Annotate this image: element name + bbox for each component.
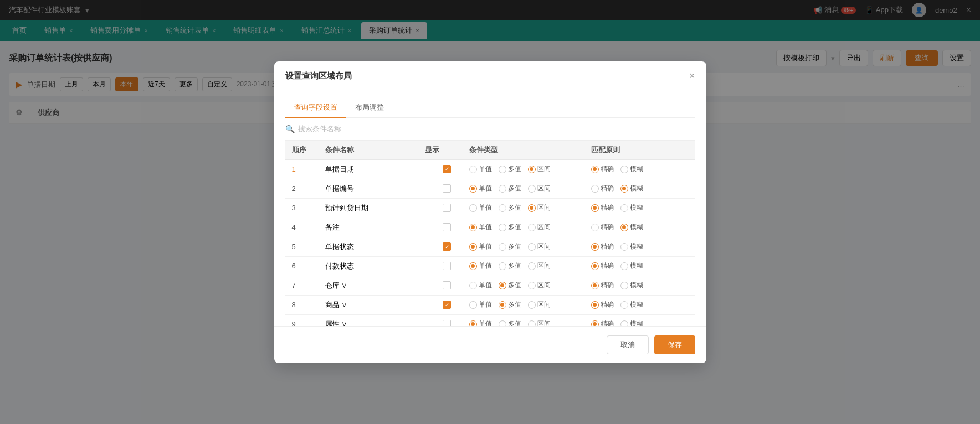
type-radio-区间[interactable]: 区间 (528, 164, 551, 174)
save-button[interactable]: 保存 (654, 335, 695, 354)
type-radio-单值[interactable]: 单值 (469, 300, 492, 309)
row-number: 4 (292, 223, 325, 231)
type-radio-区间[interactable]: 区间 (528, 223, 551, 232)
modal-search-input[interactable] (298, 125, 695, 133)
match-radio-精确[interactable]: 精确 (591, 203, 614, 213)
match-radio-精确[interactable]: 精确 (591, 281, 614, 290)
row-number: 5 (292, 242, 325, 251)
type-radio-单值[interactable]: 单值 (469, 242, 492, 251)
cancel-button[interactable]: 取消 (607, 335, 649, 354)
modal-table: 顺序 条件名称 显示 条件类型 匹配原则 1单据日期单值多值区间精确模糊2单据编… (285, 141, 695, 326)
match-radio-精确[interactable]: 精确 (591, 300, 614, 309)
row-type-group: 单值多值区间 (469, 281, 591, 290)
row-type-group: 单值多值区间 (469, 184, 591, 193)
row-match-group: 精确模糊 (591, 300, 695, 309)
row-show-checkbox[interactable] (425, 204, 469, 212)
type-radio-多值[interactable]: 多值 (499, 242, 521, 251)
table-row: 1单据日期单值多值区间精确模糊 (285, 160, 695, 179)
match-radio-模糊[interactable]: 模糊 (620, 300, 643, 309)
table-row: 2单据编号单值多值区间精确模糊 (285, 179, 695, 199)
modal-body: 查询字段设置 布局调整 🔍 顺序 条件名称 显示 条件类型 匹配原则 (274, 91, 706, 326)
modal-overlay[interactable]: 设置查询区域布局 × 查询字段设置 布局调整 🔍 顺序 (0, 0, 980, 424)
match-radio-模糊[interactable]: 模糊 (620, 223, 643, 232)
modal-title: 设置查询区域布局 (285, 71, 352, 81)
type-radio-单值[interactable]: 单值 (469, 319, 492, 326)
type-radio-多值[interactable]: 多值 (499, 223, 521, 232)
match-radio-模糊[interactable]: 模糊 (620, 319, 643, 326)
type-radio-多值[interactable]: 多值 (499, 203, 521, 213)
table-row: 9属性 ∨单值多值区间精确模糊 (285, 315, 695, 326)
th-match: 匹配原则 (591, 145, 695, 155)
match-radio-模糊[interactable]: 模糊 (620, 261, 643, 271)
match-radio-模糊[interactable]: 模糊 (620, 184, 643, 193)
row-match-group: 精确模糊 (591, 223, 695, 232)
type-radio-多值[interactable]: 多值 (499, 164, 521, 174)
type-radio-区间[interactable]: 区间 (528, 203, 551, 213)
type-radio-单值[interactable]: 单值 (469, 261, 492, 271)
type-radio-单值[interactable]: 单值 (469, 184, 492, 193)
modal-tab-layout[interactable]: 布局调整 (346, 98, 393, 118)
row-condition-name: 预计到货日期 (325, 203, 425, 213)
row-show-checkbox[interactable] (425, 165, 469, 173)
modal-dialog: 设置查询区域布局 × 查询字段设置 布局调整 🔍 顺序 (274, 61, 706, 363)
modal-footer: 取消 保存 (274, 326, 706, 363)
type-radio-多值[interactable]: 多值 (499, 184, 521, 193)
match-radio-精确[interactable]: 精确 (591, 164, 614, 174)
match-radio-模糊[interactable]: 模糊 (620, 164, 643, 174)
th-type: 条件类型 (469, 145, 591, 155)
row-show-checkbox[interactable] (425, 301, 469, 309)
row-type-group: 单值多值区间 (469, 261, 591, 271)
match-radio-精确[interactable]: 精确 (591, 242, 614, 251)
row-show-checkbox[interactable] (425, 242, 469, 251)
type-radio-多值[interactable]: 多值 (499, 281, 521, 290)
table-row: 6付款状态单值多值区间精确模糊 (285, 257, 695, 276)
type-radio-单值[interactable]: 单值 (469, 223, 492, 232)
type-radio-多值[interactable]: 多值 (499, 261, 521, 271)
type-radio-区间[interactable]: 区间 (528, 261, 551, 271)
row-type-group: 单值多值区间 (469, 319, 591, 326)
row-number: 1 (292, 165, 325, 173)
match-radio-模糊[interactable]: 模糊 (620, 281, 643, 290)
row-show-checkbox[interactable] (425, 320, 469, 326)
type-radio-单值[interactable]: 单值 (469, 164, 492, 174)
row-condition-name: 备注 (325, 223, 425, 232)
match-radio-精确[interactable]: 精确 (591, 223, 614, 232)
row-show-checkbox[interactable] (425, 223, 469, 231)
type-radio-多值[interactable]: 多值 (499, 319, 521, 326)
row-show-checkbox[interactable] (425, 184, 469, 193)
modal-close-button[interactable]: × (689, 70, 695, 82)
th-show: 显示 (425, 145, 469, 155)
match-radio-模糊[interactable]: 模糊 (620, 203, 643, 213)
match-radio-模糊[interactable]: 模糊 (620, 242, 643, 251)
match-radio-精确[interactable]: 精确 (591, 261, 614, 271)
row-type-group: 单值多值区间 (469, 300, 591, 309)
type-radio-单值[interactable]: 单值 (469, 281, 492, 290)
row-number: 8 (292, 301, 325, 309)
table-row: 5单据状态单值多值区间精确模糊 (285, 237, 695, 257)
table-row: 8商品 ∨单值多值区间精确模糊 (285, 296, 695, 315)
type-radio-单值[interactable]: 单值 (469, 203, 492, 213)
modal-table-header: 顺序 条件名称 显示 条件类型 匹配原则 (285, 141, 695, 160)
row-show-checkbox[interactable] (425, 262, 469, 270)
row-number: 2 (292, 184, 325, 193)
match-radio-精确[interactable]: 精确 (591, 184, 614, 193)
row-type-group: 单值多值区间 (469, 223, 591, 232)
modal-tab-query-fields[interactable]: 查询字段设置 (285, 98, 346, 118)
row-type-group: 单值多值区间 (469, 164, 591, 174)
row-condition-name: 单据编号 (325, 184, 425, 194)
type-radio-区间[interactable]: 区间 (528, 319, 551, 326)
row-match-group: 精确模糊 (591, 319, 695, 326)
row-condition-name: 单据状态 (325, 242, 425, 252)
row-condition-name: 属性 ∨ (325, 319, 425, 326)
th-order: 顺序 (292, 145, 325, 155)
type-radio-区间[interactable]: 区间 (528, 281, 551, 290)
type-radio-区间[interactable]: 区间 (528, 242, 551, 251)
modal-header: 设置查询区域布局 × (274, 61, 706, 91)
row-show-checkbox[interactable] (425, 281, 469, 289)
match-radio-精确[interactable]: 精确 (591, 319, 614, 326)
type-radio-区间[interactable]: 区间 (528, 300, 551, 309)
type-radio-区间[interactable]: 区间 (528, 184, 551, 193)
table-row: 7仓库 ∨单值多值区间精确模糊 (285, 276, 695, 296)
type-radio-多值[interactable]: 多值 (499, 300, 521, 309)
modal-tabs: 查询字段设置 布局调整 (285, 91, 695, 118)
